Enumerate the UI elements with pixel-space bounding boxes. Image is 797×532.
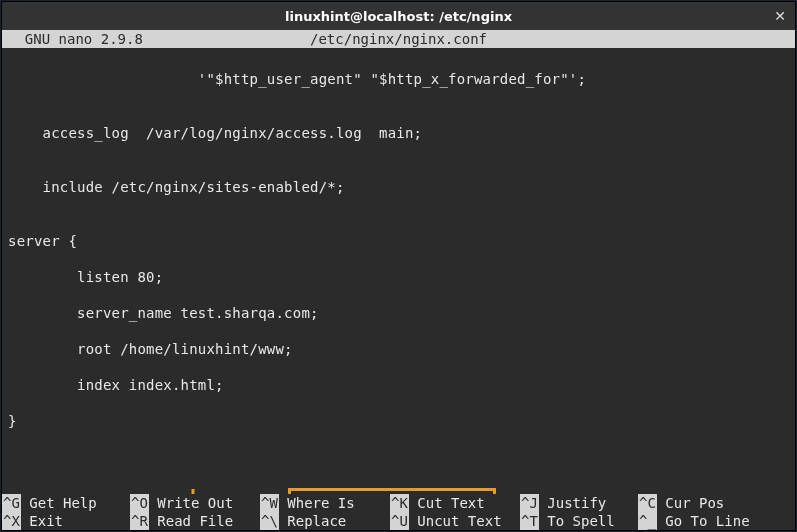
shortcut-read-file[interactable]: ^R Read File bbox=[130, 512, 260, 530]
code-line: '"$http_user_agent" "$http_x_forwarded_f… bbox=[8, 70, 789, 88]
shortcut-go-to-line[interactable]: ^_ Go To Line bbox=[638, 512, 795, 530]
nano-header: GNU nano 2.9.8 /etc/nginx/nginx.conf bbox=[2, 30, 795, 48]
terminal-area[interactable]: GNU nano 2.9.8 /etc/nginx/nginx.conf '"$… bbox=[2, 30, 795, 530]
terminal-window: linuxhint@localhost: /etc/nginx ✕ GNU na… bbox=[1, 1, 796, 531]
code-line: index index.html; bbox=[8, 376, 789, 394]
code-line: root /home/linuxhint/www; bbox=[8, 340, 789, 358]
nano-shortcuts: ^G Get Help ^O Write Out ^W Where Is ^K … bbox=[2, 494, 795, 530]
nano-file-path: /etc/nginx/nginx.conf bbox=[2, 30, 795, 48]
code-line: server { bbox=[8, 232, 789, 250]
code-line: access_log /var/log/nginx/access.log mai… bbox=[8, 124, 789, 142]
code-line: include /etc/nginx/sites-enabled/*; bbox=[8, 178, 789, 196]
shortcut-justify[interactable]: ^J Justify bbox=[520, 494, 638, 512]
shortcut-get-help[interactable]: ^G Get Help bbox=[2, 494, 130, 512]
shortcut-cut-text[interactable]: ^K Cut Text bbox=[390, 494, 520, 512]
titlebar[interactable]: linuxhint@localhost: /etc/nginx ✕ bbox=[2, 2, 795, 30]
shortcut-replace[interactable]: ^\ Replace bbox=[260, 512, 390, 530]
shortcut-cur-pos[interactable]: ^C Cur Pos bbox=[638, 494, 795, 512]
code-line: } bbox=[8, 412, 789, 430]
shortcut-where-is[interactable]: ^W Where Is bbox=[260, 494, 390, 512]
close-icon[interactable]: ✕ bbox=[771, 7, 789, 25]
shortcuts-row-2: ^X Exit ^R Read File ^\ Replace ^U Uncut… bbox=[2, 512, 795, 530]
code-line: listen 80; bbox=[8, 268, 789, 286]
editor-content[interactable]: '"$http_user_agent" "$http_x_forwarded_f… bbox=[2, 48, 795, 530]
shortcut-exit[interactable]: ^X Exit bbox=[2, 512, 130, 530]
code-line: server_name test.sharqa.com; bbox=[8, 304, 789, 322]
shortcut-write-out[interactable]: ^O Write Out bbox=[130, 494, 260, 512]
shortcuts-row-1: ^G Get Help ^O Write Out ^W Where Is ^K … bbox=[2, 494, 795, 512]
shortcut-to-spell[interactable]: ^T To Spell bbox=[520, 512, 638, 530]
shortcut-uncut-text[interactable]: ^U Uncut Text bbox=[390, 512, 520, 530]
window-title: linuxhint@localhost: /etc/nginx bbox=[285, 9, 512, 24]
